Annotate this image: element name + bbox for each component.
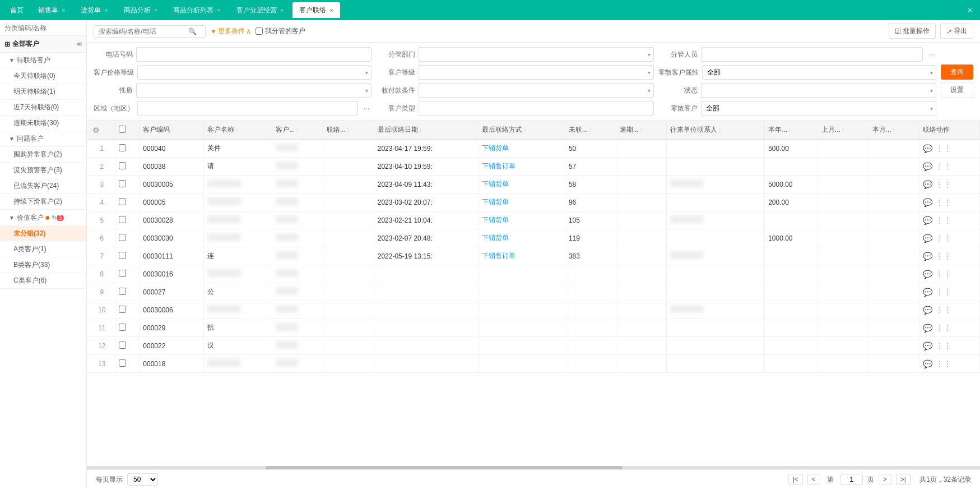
- more-actions-icon[interactable]: ⋮⋮: [936, 252, 951, 261]
- close-analysis-tab[interactable]: ×: [154, 7, 157, 13]
- more-conditions-button[interactable]: ▼ 更多条件 ∧: [210, 26, 251, 36]
- manager-input[interactable]: [701, 47, 923, 62]
- contact-phone-icon[interactable]: 💬: [923, 359, 932, 368]
- pending-contact-group[interactable]: ▼ 待联络客户: [0, 53, 86, 68]
- nav-tab-analysis[interactable]: 商品分析 ×: [117, 2, 164, 18]
- contact-phone-icon[interactable]: 💬: [923, 180, 932, 189]
- row-checkbox[interactable]: [119, 252, 126, 259]
- row-checkbox[interactable]: [119, 144, 126, 151]
- last-contact-way-link[interactable]: 下销货单: [482, 234, 509, 242]
- phone-input[interactable]: [136, 47, 371, 62]
- nav-tab-customer-segment[interactable]: 客户分层经营 ×: [230, 2, 290, 18]
- search-input[interactable]: [99, 27, 188, 35]
- more-actions-icon[interactable]: ⋮⋮: [936, 359, 951, 368]
- col-uncontacted-header[interactable]: 未联...↕: [565, 121, 616, 140]
- last-contact-way-link[interactable]: 下销货单: [482, 144, 509, 152]
- sidebar-item-class-c[interactable]: C类客户(6): [0, 273, 86, 289]
- sidebar-item-unclassified[interactable]: 未分组(32): [0, 226, 86, 242]
- retail-customer-select[interactable]: 全部: [701, 101, 936, 116]
- sidebar-item-churn-warning[interactable]: 流失预警客户(3): [0, 163, 86, 178]
- row-checkbox[interactable]: [119, 198, 126, 205]
- settings-icon[interactable]: ⚙: [92, 126, 100, 135]
- row-checkbox[interactable]: [119, 270, 126, 277]
- sidebar-item-abnormal-stockpile[interactable]: 囤购异常客户(2): [0, 147, 86, 163]
- page-input[interactable]: [840, 474, 863, 485]
- sidebar-item-declining[interactable]: 持续下滑客户(2): [0, 194, 86, 210]
- col-this-month-header[interactable]: 本月...↕: [868, 121, 919, 140]
- more-actions-icon[interactable]: ⋮⋮: [936, 270, 951, 279]
- sidebar-item-7day-pending[interactable]: 近7天待联络(0): [0, 100, 86, 116]
- retail-attr-select[interactable]: 全部: [702, 65, 936, 80]
- contact-phone-icon[interactable]: 💬: [923, 324, 932, 333]
- select-all-checkbox[interactable]: [119, 126, 126, 133]
- sidebar-search-input[interactable]: [4, 24, 87, 32]
- nav-tab-analysis-list[interactable]: 商品分析列表 ×: [166, 2, 227, 18]
- close-all-tabs-button[interactable]: ×: [964, 4, 976, 16]
- col-contact-header[interactable]: 联络...↕: [323, 121, 374, 140]
- per-page-select[interactable]: 50 100 200: [127, 473, 158, 486]
- price-level-select[interactable]: [137, 65, 371, 80]
- close-customer-contact-tab[interactable]: ×: [329, 7, 333, 13]
- contact-phone-icon[interactable]: 💬: [923, 216, 932, 225]
- region-dots-button[interactable]: ···: [361, 104, 371, 112]
- sidebar-item-tomorrow-pending[interactable]: 明天待联络(1): [0, 84, 86, 100]
- batch-operation-button[interactable]: ☑ 批量操作: [889, 24, 936, 39]
- more-actions-icon[interactable]: ⋮⋮: [936, 198, 951, 207]
- last-contact-way-link[interactable]: 下销货单: [482, 216, 509, 224]
- more-actions-icon[interactable]: ⋮⋮: [936, 144, 951, 153]
- contact-phone-icon[interactable]: 💬: [923, 144, 932, 153]
- contact-phone-icon[interactable]: 💬: [923, 342, 932, 350]
- contact-phone-icon[interactable]: 💬: [923, 288, 932, 297]
- all-customers-header[interactable]: ⊞ 全部客户 ≪: [0, 36, 86, 53]
- problem-customers-group[interactable]: ▼ 问题客户: [0, 131, 86, 147]
- more-actions-icon[interactable]: ⋮⋮: [936, 162, 951, 171]
- more-actions-icon[interactable]: ⋮⋮: [936, 288, 951, 297]
- next-page-button[interactable]: >: [879, 474, 891, 485]
- col-last-contact-date-header[interactable]: 最后联络日期↕: [374, 121, 479, 140]
- nature-select[interactable]: [136, 83, 371, 98]
- export-button[interactable]: ↗ 导出: [940, 24, 973, 39]
- region-input[interactable]: [137, 101, 358, 116]
- search-icon[interactable]: 🔍: [188, 27, 197, 35]
- col-code-header[interactable]: 客户编码↕: [140, 121, 203, 140]
- scroll-indicator[interactable]: [87, 466, 980, 469]
- close-sales-tab[interactable]: ×: [62, 7, 65, 13]
- more-actions-icon[interactable]: ⋮⋮: [936, 216, 951, 225]
- more-actions-icon[interactable]: ⋮⋮: [936, 324, 951, 333]
- contact-phone-icon[interactable]: 💬: [923, 162, 932, 171]
- last-contact-way-link[interactable]: 下销售订单: [482, 162, 515, 170]
- col-this-year-header[interactable]: 本年...↕: [765, 121, 818, 140]
- status-select[interactable]: [701, 83, 936, 98]
- last-page-button[interactable]: >|: [896, 474, 911, 485]
- payment-select[interactable]: [419, 83, 654, 98]
- last-contact-way-link[interactable]: 下销货单: [482, 198, 509, 206]
- row-checkbox[interactable]: [119, 342, 126, 349]
- row-checkbox[interactable]: [119, 162, 126, 169]
- nav-tab-customer-contact[interactable]: 客户联络 ×: [292, 2, 340, 18]
- last-contact-way-link[interactable]: 下销货单: [482, 180, 509, 188]
- sidebar-item-overdue-pending[interactable]: 逾期未联络(30): [0, 116, 86, 131]
- prev-page-button[interactable]: <: [807, 474, 820, 485]
- customer-type-input[interactable]: [419, 101, 654, 116]
- nav-home[interactable]: 首页: [4, 3, 29, 17]
- query-button[interactable]: 查询: [941, 64, 973, 80]
- nav-tab-purchase[interactable]: 进货单 ×: [74, 2, 114, 18]
- scroll-thumb[interactable]: [266, 466, 623, 469]
- col-unit-contact-header[interactable]: 往来单位联系人↕: [667, 121, 765, 140]
- dept-select[interactable]: [419, 47, 654, 62]
- sidebar-item-class-a[interactable]: A类客户(1): [0, 242, 86, 257]
- value-customers-group[interactable]: ▼ 价值客户 ● ↻ 5: [0, 210, 86, 226]
- col-category-header[interactable]: 客户...↕: [272, 121, 323, 140]
- sidebar-item-churned[interactable]: 已流失客户(24): [0, 178, 86, 194]
- contact-phone-icon[interactable]: 💬: [923, 306, 932, 315]
- last-contact-way-link[interactable]: 下销售订单: [482, 252, 515, 260]
- col-name-header[interactable]: 客户名称↕: [203, 121, 272, 140]
- row-checkbox[interactable]: [119, 288, 126, 295]
- col-overdue-header[interactable]: 逾期...↕: [616, 121, 667, 140]
- row-checkbox[interactable]: [119, 216, 126, 223]
- my-customers-checkbox[interactable]: [256, 27, 263, 35]
- row-checkbox[interactable]: [119, 359, 126, 367]
- nav-tab-sales[interactable]: 销售单 ×: [31, 2, 72, 18]
- contact-phone-icon[interactable]: 💬: [923, 234, 932, 243]
- contact-phone-icon[interactable]: 💬: [923, 252, 932, 261]
